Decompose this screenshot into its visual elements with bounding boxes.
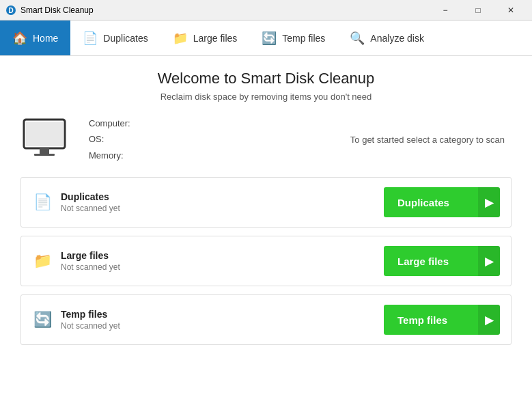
large-files-nav-icon: 📁 [173,31,188,46]
svg-text:D: D [8,7,13,14]
large-files-icon: 📁 [32,252,53,270]
large-files-scan-button[interactable]: Large files ▶ [384,246,500,276]
temp-files-status: Not scanned yet [61,321,376,331]
temp-files-name: Temp files [61,309,376,320]
app-icon: D [5,5,16,16]
nav-item-temp-files[interactable]: 🔄 Temp files [249,20,337,55]
analyze-disk-nav-label: Analyze disk [370,33,424,44]
home-nav-icon: 🏠 [12,31,27,46]
minimize-button[interactable]: − [430,0,461,20]
temp-files-scan-arrow: ▶ [478,305,500,335]
nav-item-analyze-disk[interactable]: 🔍 Analyze disk [337,20,436,55]
duplicates-scan-arrow: ▶ [478,187,500,217]
svg-rect-5 [34,154,55,156]
svg-rect-4 [40,148,49,154]
category-card-temp-files: 🔄 Temp files Not scanned yet Temp files … [20,294,512,345]
large-files-status: Not scanned yet [61,262,376,272]
analyze-disk-nav-icon: 🔍 [350,31,365,46]
temp-files-scan-label: Temp files [397,314,447,326]
navbar: 🏠 Home 📄 Duplicates 📁 Large files 🔄 Temp… [0,20,532,56]
maximize-button[interactable]: □ [462,0,494,20]
duplicates-status: Not scanned yet [61,204,376,213]
duplicates-nav-label: Duplicates [103,33,148,44]
large-files-scan-label: Large files [397,256,449,267]
temp-files-nav-icon: 🔄 [262,31,277,46]
large-files-scan-arrow: ▶ [478,246,500,276]
duplicates-icon: 📄 [32,193,53,211]
welcome-subtitle: Reclaim disk space by removing items you… [20,92,512,102]
title-bar: D Smart Disk Cleanup − □ ✕ [0,0,532,20]
duplicates-nav-icon: 📄 [83,31,98,46]
category-cards: 📄 Duplicates Not scanned yet Duplicates … [20,177,512,345]
memory-label: Memory: [89,148,130,163]
large-files-name: Large files [61,250,376,261]
duplicates-scan-label: Duplicates [397,197,449,208]
close-button[interactable]: ✕ [495,0,527,20]
sysinfo-row: Computer: OS: Memory: To get started sel… [20,115,512,163]
title-bar-text: Smart Disk Cleanup [20,5,430,15]
main-content: Welcome to Smart Disk Cleanup Reclaim di… [0,56,532,399]
temp-files-icon: 🔄 [32,311,53,329]
svg-rect-3 [26,122,63,146]
category-card-duplicates: 📄 Duplicates Not scanned yet Duplicates … [20,177,512,228]
os-label: OS: [89,131,130,147]
sysinfo-hint: To get started select a category to scan [350,135,512,145]
computer-label: Computer: [89,115,130,131]
large-files-info: Large files Not scanned yet [61,250,376,272]
title-bar-controls: − □ ✕ [430,0,527,20]
duplicates-scan-button[interactable]: Duplicates ▶ [384,187,500,217]
temp-files-nav-label: Temp files [282,33,325,44]
computer-icon [20,118,75,162]
duplicates-info: Duplicates Not scanned yet [61,191,376,213]
nav-item-duplicates[interactable]: 📄 Duplicates [70,20,160,55]
duplicates-name: Duplicates [61,191,376,202]
temp-files-scan-button[interactable]: Temp files ▶ [384,305,500,335]
nav-item-home[interactable]: 🏠 Home [0,20,70,55]
large-files-nav-label: Large files [193,33,238,44]
home-nav-label: Home [33,33,58,44]
category-card-large-files: 📁 Large files Not scanned yet Large file… [20,236,512,286]
sysinfo-labels: Computer: OS: Memory: [89,115,130,163]
welcome-title: Welcome to Smart Disk Cleanup [20,70,512,87]
nav-item-large-files[interactable]: 📁 Large files [160,20,250,55]
temp-files-info: Temp files Not scanned yet [61,309,376,331]
